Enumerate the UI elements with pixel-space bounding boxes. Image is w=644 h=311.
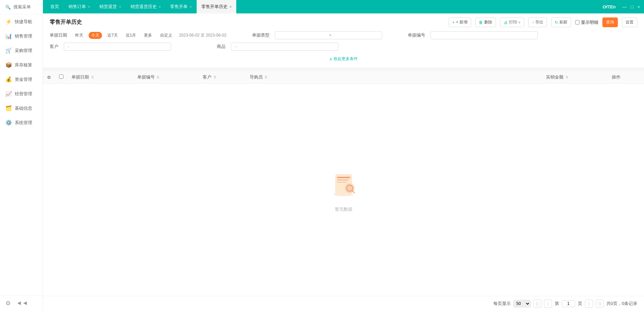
maximize-button[interactable]: □	[631, 4, 634, 9]
tab-sales-return-close[interactable]: ×	[119, 5, 121, 9]
col-amount[interactable]: 实销金额 ⇅	[542, 71, 608, 84]
sidebar-item-system[interactable]: ⚙️ 系统管理	[0, 115, 43, 130]
date-label: 单据日期	[50, 32, 67, 38]
settings-button[interactable]: 设置	[622, 17, 637, 27]
col-amount-label: 实销金额	[546, 74, 563, 80]
product-select[interactable]: ···	[231, 43, 338, 51]
col-customer[interactable]: 客户 ⇅	[199, 71, 245, 84]
pagination: 每页显示 50 10 20 100 ⟨⟨ ⟨ 第 页 ⟩ ⟩⟩ 共0页，0条记录	[43, 296, 644, 311]
tab-sales-order[interactable]: 销售订单 ×	[64, 0, 95, 13]
sidebar-item-label: 经营管理	[15, 91, 32, 97]
finance-icon: 💰	[5, 76, 12, 83]
tab-retail-open-history[interactable]: 零售开单历史 ×	[197, 0, 236, 13]
collapse-filter-btn[interactable]: ∧ 收起更多条件	[50, 54, 637, 64]
tab-home-label: 首页	[50, 4, 59, 10]
sidebar-search-label: 搜索采单	[13, 4, 31, 10]
col-amount-sort-icon: ⇅	[565, 75, 568, 79]
page-number-input[interactable]	[562, 300, 575, 307]
query-label: 查询	[606, 19, 614, 25]
per-page-select[interactable]: 50 10 20 100	[513, 300, 531, 307]
col-date[interactable]: 单据日期 ⇅	[67, 71, 133, 84]
sidebar-item-label: 库存核算	[15, 62, 32, 68]
col-number-sort-icon: ⇅	[156, 75, 159, 79]
filter-area: 单据日期 昨天 今天 近7天 近1月 更多 自定义 2023-06-02 至 2…	[50, 31, 637, 68]
settings-label: 设置	[626, 19, 634, 25]
prev-page-btn[interactable]: ⟨	[544, 300, 552, 308]
product-placeholder: ···	[234, 44, 335, 49]
sidebar-item-finance[interactable]: 💰 资金管理	[0, 72, 43, 87]
collapse-label: 收起更多条件	[334, 56, 358, 62]
total-info: 共0页，0条记录	[606, 301, 637, 307]
tab-sales-return-history-close[interactable]: ×	[159, 5, 161, 9]
sidebar-item-business[interactable]: 📈 经营管理	[0, 87, 43, 101]
sidebar-item-basic-info[interactable]: 🗂️ 基础信息	[0, 101, 43, 115]
tab-home[interactable]: 首页	[46, 0, 64, 13]
minimize-button[interactable]: —	[623, 4, 627, 9]
tab-sales-return-history[interactable]: 销货退货历史 ×	[126, 0, 165, 13]
col-number[interactable]: 单据编号 ⇅	[133, 71, 199, 84]
add-icon: +	[452, 20, 455, 25]
more-date-btn[interactable]: 更多	[141, 32, 155, 39]
number-input[interactable]	[431, 31, 538, 39]
settings-icon[interactable]: ⚙	[5, 300, 11, 307]
col-customer-label: 客户	[203, 74, 211, 80]
sidebar-item-inventory[interactable]: 📦 库存核算	[0, 58, 43, 72]
query-button[interactable]: 查询	[602, 17, 618, 27]
tab-sales-return[interactable]: 销货退货 ×	[95, 0, 126, 13]
customer-placeholder: ···	[67, 44, 168, 49]
tab-retail-open-history-close[interactable]: ×	[230, 5, 232, 9]
type-select[interactable]: ▾	[275, 31, 382, 39]
export-button[interactable]: ↑ 导出	[528, 17, 547, 27]
sidebar-search[interactable]: 🔍 搜索采单	[0, 0, 43, 14]
sidebar-item-sales-mgmt[interactable]: 📊 销售管理	[0, 29, 43, 43]
tab-retail-open-history-label: 零售开单历史	[201, 4, 228, 10]
display-detail-toggle[interactable]: 显示明细	[575, 19, 598, 25]
next-page-btn[interactable]: ⟩	[585, 300, 593, 308]
last-page-btn[interactable]: ⟩⟩	[596, 300, 604, 308]
business-icon: 📈	[5, 91, 12, 97]
sidebar-item-quick-nav[interactable]: ⚡ 快捷导航	[0, 14, 43, 29]
page-title-bar: 零售开单历史 + + 新增 🗑 删除 🖨 打印 ▾	[50, 17, 637, 27]
print-button[interactable]: 🖨 打印 ▾	[500, 17, 524, 27]
last1month-btn[interactable]: 近1月	[123, 32, 139, 39]
product-label: 商品	[217, 44, 226, 50]
delete-icon: 🗑	[479, 20, 483, 25]
select-all-checkbox[interactable]	[59, 74, 63, 79]
toolbar: + + 新增 🗑 删除 🖨 打印 ▾ ↑ 导出	[449, 17, 637, 27]
tab-retail-open[interactable]: 零售开单 ×	[165, 0, 196, 13]
basic-info-icon: 🗂️	[5, 105, 12, 111]
custom-btn[interactable]: 自定义	[157, 32, 175, 39]
page-label-pre: 第	[555, 301, 559, 307]
brand-label: OfTEn	[603, 4, 616, 9]
filter-row-customer: 客户 ··· 商品 ···	[50, 43, 637, 51]
refresh-button[interactable]: ↻ 刷新	[551, 17, 571, 27]
print-label: 打印	[509, 19, 517, 25]
per-page-label: 每页显示	[493, 301, 511, 307]
tab-retail-open-close[interactable]: ×	[190, 5, 192, 9]
col-salesperson[interactable]: 导购员 ⇅	[246, 71, 302, 84]
display-detail-checkbox[interactable]	[575, 20, 580, 24]
col-action: 操作	[608, 71, 644, 84]
add-label: + 新增	[456, 19, 467, 25]
filter-row-date: 单据日期 昨天 今天 近7天 近1月 更多 自定义 2023-06-02 至 2…	[50, 31, 637, 39]
customer-select[interactable]: ···	[64, 43, 171, 51]
sidebar-item-label: 采购管理	[15, 48, 32, 54]
add-button[interactable]: + + 新增	[449, 17, 471, 27]
sidebar: 🔍 搜索采单 ⚡ 快捷导航 📊 销售管理 🛒 采购管理 📦 库存核算 💰 资金管…	[0, 0, 43, 311]
print-icon: 🖨	[504, 20, 508, 25]
date-shortcuts: 昨天 今天 近7天 近1月 更多 自定义 2023-06-02 至 2023-0…	[72, 32, 227, 39]
sidebar-item-purchase-mgmt[interactable]: 🛒 采购管理	[0, 43, 43, 58]
collapse-sidebar-icon[interactable]: ◄◄	[16, 300, 28, 307]
tab-sales-return-history-label: 销货退货历史	[131, 4, 157, 10]
yesterday-btn[interactable]: 昨天	[72, 32, 86, 39]
delete-button[interactable]: 🗑 删除	[475, 17, 496, 27]
sidebar-bottom: ⚙ ◄◄	[0, 295, 43, 311]
close-window-button[interactable]: ×	[637, 4, 640, 9]
type-dropdown-icon: ▾	[329, 33, 379, 38]
first-page-btn[interactable]: ⟨⟨	[533, 300, 541, 308]
tab-sales-order-close[interactable]: ×	[88, 5, 90, 9]
today-btn[interactable]: 今天	[89, 32, 102, 39]
col-settings-icon[interactable]: ⚙	[47, 75, 51, 80]
svg-rect-3	[337, 179, 349, 180]
last7-btn[interactable]: 近7天	[105, 32, 120, 39]
